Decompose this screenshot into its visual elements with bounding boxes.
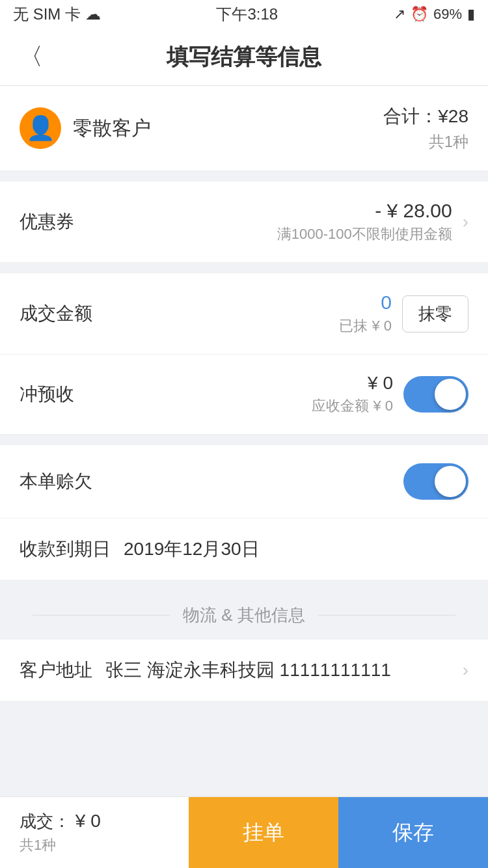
deal-amount-subtext: 已抹 ¥ 0 xyxy=(339,316,392,336)
deal-amount-right: 0 已抹 ¥ 0 抹零 xyxy=(339,292,468,336)
prepay-label: 冲预收 xyxy=(20,382,74,407)
prepay-right: ¥ 0 应收金额 ¥ 0 xyxy=(312,373,468,416)
back-button[interactable]: 〈 xyxy=(20,41,43,73)
divider-3 xyxy=(0,435,488,445)
bottom-deal-line: 成交： ¥ 0 xyxy=(20,810,169,833)
status-bar: 无 SIM 卡 ☁ 下午3:18 ↗ ⏰ 69% ▮ xyxy=(0,0,488,29)
prepay-row: 冲预收 ¥ 0 应收金额 ¥ 0 xyxy=(0,355,488,435)
divider-1 xyxy=(0,171,488,182)
alarm-icon: ⏰ xyxy=(411,6,428,23)
address-left: 客户地址 张三 海淀永丰科技园 11111111111 xyxy=(20,658,391,683)
coupon-row[interactable]: 优惠券 - ¥ 28.00 满1000-100不限制使用金额 › xyxy=(0,182,488,263)
coupon-subtext: 满1000-100不限制使用金额 xyxy=(277,224,452,244)
logistics-section-header: 物流 & 其他信息 xyxy=(0,591,488,640)
debit-card: 本单赊欠 收款到期日 2019年12月30日 xyxy=(0,445,488,580)
customer-right: 合计：¥28 共1种 xyxy=(383,104,468,152)
battery-level: 69% xyxy=(433,6,462,23)
due-date-label: 收款到期日 xyxy=(20,537,111,562)
debit-toggle-knob xyxy=(435,466,466,497)
status-left: 无 SIM 卡 ☁ xyxy=(13,4,101,25)
customer-left: 👤 零散客户 xyxy=(20,107,151,149)
bottom-bar: 成交： ¥ 0 共1种 挂单 保存 xyxy=(0,796,488,868)
prepay-toggle[interactable] xyxy=(403,376,468,413)
coupon-card[interactable]: 优惠券 - ¥ 28.00 满1000-100不限制使用金额 › xyxy=(0,182,488,263)
divider-4 xyxy=(0,580,488,591)
bottom-deal-value: ¥ 0 xyxy=(75,811,101,831)
prepay-value: ¥ 0 xyxy=(312,373,393,394)
address-chevron-icon: › xyxy=(463,660,468,681)
prepay-subtext: 应收金额 ¥ 0 xyxy=(312,396,393,416)
coupon-right: - ¥ 28.00 满1000-100不限制使用金额 › xyxy=(277,200,468,244)
due-date-value: 2019年12月30日 xyxy=(124,537,260,562)
deal-amount-value: 0 xyxy=(339,292,392,314)
content-area: 👤 零散客户 合计：¥28 共1种 优惠券 - ¥ 28.00 满1000-10… xyxy=(0,86,488,868)
coupon-label: 优惠券 xyxy=(20,210,74,234)
debit-row: 本单赊欠 xyxy=(0,445,488,519)
debit-toggle[interactable] xyxy=(403,463,468,500)
page-title: 填写结算等信息 xyxy=(167,42,321,72)
bottom-count: 共1种 xyxy=(20,835,169,855)
customer-row: 👤 零散客户 合计：¥28 共1种 xyxy=(0,86,488,171)
nav-bar: 〈 填写结算等信息 xyxy=(0,29,488,86)
sim-status: 无 SIM 卡 ☁ xyxy=(13,4,101,25)
coupon-value-stack: - ¥ 28.00 满1000-100不限制使用金额 xyxy=(277,200,452,244)
save-button[interactable]: 保存 xyxy=(338,797,488,869)
customer-count: 共1种 xyxy=(383,131,468,152)
deal-amount-card: 成交金额 0 已抹 ¥ 0 抹零 冲预收 ¥ 0 应收金额 ¥ 0 xyxy=(0,273,488,435)
chevron-right-icon: › xyxy=(463,211,468,232)
customer-total: 合计：¥28 xyxy=(383,104,468,129)
bottom-deal-label: 成交： xyxy=(20,811,70,831)
deal-amount-value-stack: 0 已抹 ¥ 0 xyxy=(339,292,392,336)
address-value: 张三 海淀永丰科技园 11111111111 xyxy=(105,658,391,683)
bottom-info: 成交： ¥ 0 共1种 xyxy=(0,810,189,855)
deal-amount-label: 成交金额 xyxy=(20,301,92,326)
section-header-label: 物流 & 其他信息 xyxy=(183,604,305,627)
address-card[interactable]: 客户地址 张三 海淀永丰科技园 11111111111 › xyxy=(0,640,488,701)
deal-amount-row: 成交金额 0 已抹 ¥ 0 抹零 xyxy=(0,273,488,355)
debit-label: 本单赊欠 xyxy=(20,469,92,494)
address-label: 客户地址 xyxy=(20,658,92,683)
battery-icon: ▮ xyxy=(467,6,475,23)
toggle-knob xyxy=(435,379,466,410)
hold-button[interactable]: 挂单 xyxy=(189,797,338,869)
due-date-row: 收款到期日 2019年12月30日 xyxy=(0,519,488,580)
status-right: ↗ ⏰ 69% ▮ xyxy=(394,6,475,23)
location-icon: ↗ xyxy=(394,6,405,23)
customer-name: 零散客户 xyxy=(73,115,151,142)
prepay-value-stack: ¥ 0 应收金额 ¥ 0 xyxy=(312,373,393,416)
round-zero-button[interactable]: 抹零 xyxy=(402,295,468,332)
debit-right xyxy=(403,463,468,500)
address-row[interactable]: 客户地址 张三 海淀永丰科技园 11111111111 › xyxy=(0,640,488,701)
coupon-value: - ¥ 28.00 xyxy=(277,200,452,222)
divider-2 xyxy=(0,263,488,273)
customer-card: 👤 零散客户 合计：¥28 共1种 xyxy=(0,86,488,171)
avatar: 👤 xyxy=(20,107,61,149)
person-icon: 👤 xyxy=(26,115,55,142)
status-time: 下午3:18 xyxy=(216,4,278,25)
